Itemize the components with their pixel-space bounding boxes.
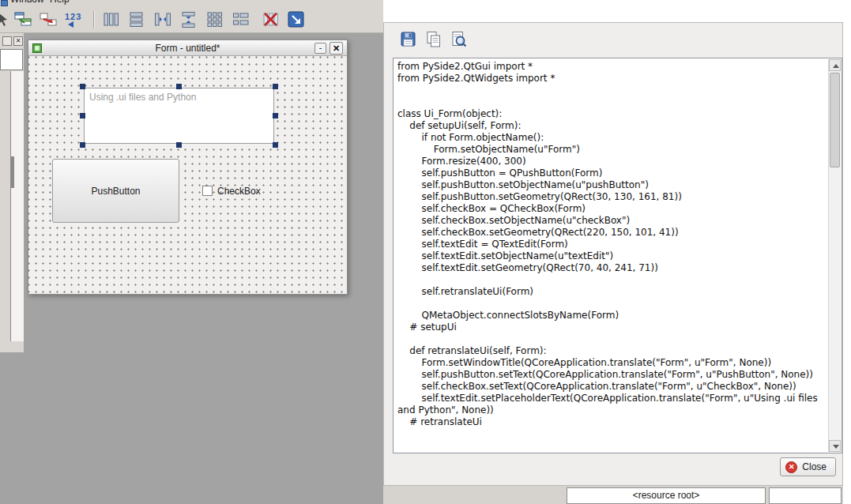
form-designer-window: Form - untitled* - ✕ Using .ui files and… — [28, 39, 348, 295]
code-text[interactable]: from PySide2.QtGui import * from PySide2… — [397, 61, 825, 450]
resource-side-panel — [769, 487, 842, 504]
vertical-scrollbar[interactable] — [828, 59, 841, 452]
close-icon: ✕ — [785, 461, 797, 473]
selection-handle[interactable] — [80, 142, 85, 148]
checkbox-label: CheckBox — [217, 186, 261, 197]
layout-vertical-icon[interactable] — [126, 9, 147, 30]
resource-root-label: <resource root> — [633, 490, 700, 501]
form-minimize-button[interactable]: - — [314, 43, 326, 54]
scrollbar-thumb[interactable] — [830, 73, 840, 167]
layout-horizontal-icon[interactable] — [101, 9, 122, 30]
save-button[interactable] — [399, 30, 418, 49]
menu-bar: Window Help — [0, 0, 383, 7]
edit-widgets-icon[interactable] — [0, 9, 11, 30]
selection-handle[interactable] — [80, 84, 85, 89]
edit-signals-slots-icon[interactable] — [13, 9, 33, 30]
form-window-title: Form - untitled* — [28, 40, 347, 56]
scroll-up-arrow[interactable] — [829, 59, 841, 71]
scroll-down-arrow[interactable] — [829, 440, 841, 452]
textedit-box: Using .ui files and Python — [84, 88, 274, 144]
selection-handle[interactable] — [176, 142, 182, 148]
selection-handle[interactable] — [273, 84, 278, 89]
layout-form-icon[interactable] — [231, 9, 251, 30]
dock-float-icon[interactable] — [2, 36, 12, 46]
form-close-button[interactable]: ✕ — [329, 42, 343, 55]
dialog-close-button[interactable]: ✕ Close — [780, 457, 836, 476]
menu-item-window[interactable]: Window — [10, 0, 44, 5]
adjust-size-icon[interactable] — [286, 9, 307, 30]
resource-dock: <resource root> — [383, 486, 843, 504]
widget-box-scrollbar-thumb[interactable] — [11, 156, 14, 188]
toolbar-separator — [93, 11, 95, 28]
code-area: from PySide2.QtGui import * from PySide2… — [393, 58, 842, 453]
app-icon — [1, 0, 8, 6]
layout-vertical-splitter-icon[interactable] — [179, 9, 199, 30]
textedit-widget[interactable]: Using .ui files and Python — [84, 88, 274, 144]
close-button-label: Close — [802, 461, 827, 472]
tab-order-glyph: 123 — [65, 12, 81, 21]
pushbutton-label: PushButton — [91, 186, 140, 197]
main-toolbar: 123 — [0, 7, 383, 33]
break-layout-icon[interactable] — [261, 9, 281, 30]
layout-horizontal-splitter-icon[interactable] — [153, 9, 173, 30]
resource-root-item[interactable]: <resource root> — [567, 487, 766, 504]
textedit-placeholder: Using .ui files and Python — [85, 88, 273, 106]
find-button[interactable] — [450, 30, 469, 49]
selection-handle[interactable] — [273, 113, 278, 118]
dock-close-icon[interactable]: ✕ — [13, 36, 23, 46]
selection-handle[interactable] — [176, 84, 182, 89]
widget-box-scrollbar[interactable] — [10, 71, 24, 341]
edit-buddies-icon[interactable] — [38, 9, 58, 30]
edit-tab-order-icon[interactable]: 123 — [63, 9, 84, 30]
copy-button[interactable] — [424, 30, 443, 49]
selection-handle[interactable] — [80, 113, 85, 118]
form-canvas[interactable]: Using .ui files and Python PushButton Ch… — [28, 56, 347, 294]
pushbutton-widget[interactable]: PushButton — [52, 159, 179, 223]
selection-handle[interactable] — [273, 142, 278, 148]
checkbox-indicator[interactable] — [202, 186, 213, 196]
form-window-icon — [32, 43, 42, 53]
widget-box-dock: ✕ — [0, 33, 24, 352]
checkbox-widget[interactable]: CheckBox — [202, 175, 282, 207]
code-preview-dialog: from PySide2.QtGui import * from PySide2… — [383, 22, 843, 486]
layout-grid-icon[interactable] — [205, 9, 225, 30]
menu-item-help[interactable]: Help — [50, 0, 70, 5]
form-window-titlebar[interactable]: Form - untitled* - ✕ — [28, 40, 347, 56]
widget-filter-input[interactable] — [0, 49, 23, 70]
